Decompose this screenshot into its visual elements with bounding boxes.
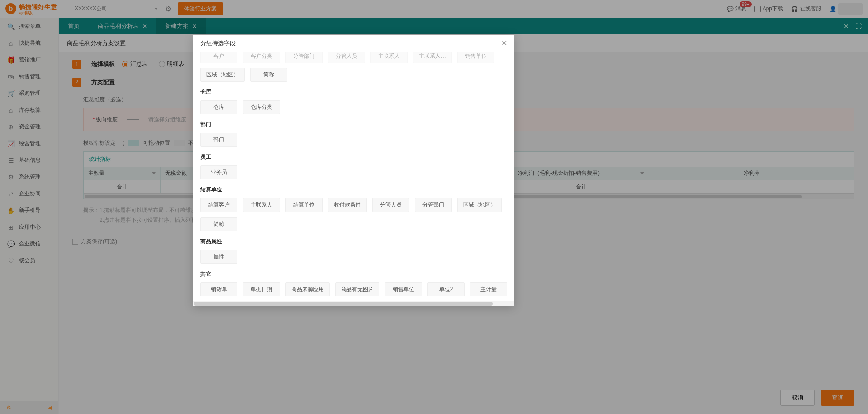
modal-scrollbar-thumb[interactable] <box>194 302 493 306</box>
field-option[interactable]: 分管部门 <box>285 52 323 63</box>
field-row: 销货单单据日期商品来源应用商品有无图片销售单位单位2主计量制单人审核人出库人预计… <box>200 282 507 301</box>
field-option[interactable]: 部门 <box>200 133 237 147</box>
field-option[interactable]: 收付款条件 <box>328 198 367 212</box>
field-option[interactable]: 主联系人 <box>370 52 408 63</box>
modal-body[interactable]: 客户客户分类分管部门分管人员主联系人主联系人…销售单位 区域（地区）简称 仓库仓… <box>193 52 514 301</box>
field-row: 属性 <box>200 250 507 264</box>
field-option[interactable]: 属性 <box>200 250 237 264</box>
field-section-title: 结算单位 <box>200 186 507 193</box>
modal-header: 分组待选字段 ✕ <box>193 35 514 52</box>
field-option[interactable]: 仓库分类 <box>243 100 280 114</box>
field-option[interactable]: 区域（地区） <box>457 198 502 212</box>
field-option[interactable]: 业务员 <box>200 165 237 179</box>
field-option[interactable]: 结算单位 <box>285 198 323 212</box>
field-row: 结算客户主联系人结算单位收付款条件分管人员分管部门区域（地区）简称 <box>200 198 507 231</box>
field-option[interactable]: 简称 <box>250 68 287 82</box>
field-option[interactable]: 分管人员 <box>328 52 365 63</box>
field-section-title: 其它 <box>200 270 507 278</box>
field-option[interactable]: 销售单位 <box>385 282 422 296</box>
partial-field-row: 客户客户分类分管部门分管人员主联系人主联系人…销售单位 <box>200 52 507 63</box>
field-option[interactable]: 仓库 <box>200 100 237 114</box>
field-option[interactable]: 区域（地区） <box>200 68 245 82</box>
field-row: 业务员 <box>200 165 507 179</box>
field-option[interactable]: 分管部门 <box>415 198 452 212</box>
field-option[interactable]: 分管人员 <box>372 198 409 212</box>
field-option[interactable]: 主联系人 <box>243 198 280 212</box>
field-section-title: 部门 <box>200 121 507 128</box>
field-option[interactable]: 主计量 <box>470 282 507 296</box>
partial-field-row-2: 区域（地区）简称 <box>200 68 507 82</box>
field-section-title: 仓库 <box>200 88 507 96</box>
field-option[interactable]: 销售单位 <box>457 52 494 63</box>
field-option[interactable]: 商品有无图片 <box>335 282 379 296</box>
field-option[interactable]: 客户分类 <box>243 52 280 63</box>
field-option[interactable]: 主联系人… <box>413 52 452 63</box>
field-row: 仓库仓库分类 <box>200 100 507 114</box>
field-section-title: 员工 <box>200 153 507 161</box>
field-option[interactable]: 简称 <box>200 217 237 231</box>
modal-close-icon[interactable]: ✕ <box>501 39 507 47</box>
field-option[interactable]: 商品来源应用 <box>285 282 330 296</box>
modal-horizontal-scrollbar[interactable] <box>193 301 514 306</box>
field-option[interactable]: 单据日期 <box>243 282 280 296</box>
field-section-title: 商品属性 <box>200 238 507 245</box>
field-option[interactable]: 结算客户 <box>200 198 237 212</box>
field-option[interactable]: 单位2 <box>427 282 465 296</box>
field-option[interactable]: 客户 <box>200 52 237 63</box>
field-option[interactable]: 销货单 <box>200 282 237 296</box>
modal-title: 分组待选字段 <box>200 39 236 47</box>
field-row: 部门 <box>200 133 507 147</box>
group-fields-modal: 分组待选字段 ✕ 客户客户分类分管部门分管人员主联系人主联系人…销售单位 区域（… <box>193 35 514 306</box>
